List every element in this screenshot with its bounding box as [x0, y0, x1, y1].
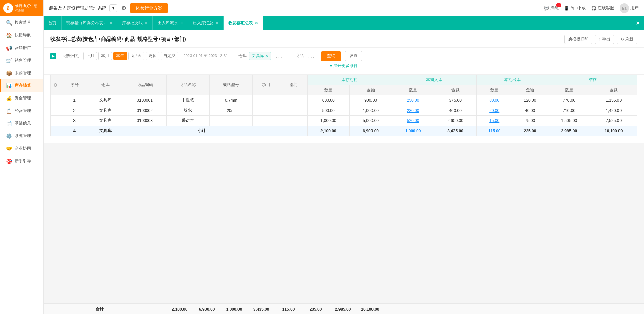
filter-collapse-btn[interactable]: ▶: [50, 53, 56, 59]
col-out-amt-header: 金额: [512, 85, 548, 95]
system-dropdown[interactable]: ▾: [109, 4, 117, 12]
date-btn-自定义[interactable]: 自定义: [161, 52, 178, 60]
sidebar-item-label: 新手引导: [15, 158, 31, 164]
row-name: 胶水: [166, 105, 210, 116]
expand-label: 展开更多条件: [333, 63, 358, 69]
row-dept: [280, 105, 307, 116]
message-btn[interactable]: 💬 消息 6: [544, 5, 559, 11]
expand-more-btn[interactable]: ▾ 展开更多条件: [330, 63, 358, 69]
template-print-button[interactable]: 换模板打印: [564, 35, 592, 44]
date-btn-本年[interactable]: 本年: [113, 52, 127, 60]
settings-icon[interactable]: ⚙: [120, 3, 128, 13]
tab-close-inout-flow[interactable]: ✕: [180, 21, 183, 26]
row-warehouse: 文具库: [88, 116, 123, 126]
col-no-header: 序号: [61, 75, 88, 95]
row-no: 3: [61, 116, 88, 126]
sidebar-item-label: 基础信息: [15, 120, 31, 126]
warehouse-filter: 仓库 文具库 ✕ ...: [238, 52, 285, 60]
row-spec: 20ml: [210, 105, 253, 116]
tab-bar-close-btn[interactable]: ✕: [631, 20, 644, 27]
row-project: [253, 105, 280, 116]
sidebar-item-enterprise[interactable]: 🤝企业协同: [0, 142, 43, 155]
date-btn-上月[interactable]: 上月: [83, 52, 97, 60]
tab-batch[interactable]: 库存批次账✕: [117, 16, 153, 30]
tab-close-inventory-dist[interactable]: ✕: [109, 21, 112, 26]
refresh-icon: ↻: [621, 37, 624, 42]
trial-button[interactable]: 体验行业方案: [130, 3, 168, 13]
col-code-header: 商品编码: [123, 75, 166, 95]
row-open-amt: 5,000.00: [349, 116, 392, 126]
row-out-qty[interactable]: 15.00: [477, 116, 512, 126]
query-button[interactable]: 查询: [321, 51, 341, 61]
tab-close-recv-send-summary[interactable]: ✕: [255, 21, 258, 26]
tab-inventory-dist[interactable]: 现存量（库存分布表）✕: [62, 16, 117, 30]
sidebar-item-business[interactable]: 📋经营管理: [0, 104, 43, 117]
tab-label-inout-summary: 出入库汇总: [193, 20, 213, 26]
sidebar-item-marketing[interactable]: 📢营销推广: [0, 42, 43, 54]
tab-close-batch[interactable]: ✕: [145, 21, 148, 26]
date-btn-本月[interactable]: 本月: [98, 52, 112, 60]
col-warehouse-header: 仓库: [88, 75, 123, 95]
sidebar-item-label: 快捷导航: [15, 32, 31, 38]
warehouse-more-btn[interactable]: ...: [274, 52, 285, 60]
refresh-button[interactable]: ↻ 刷新: [617, 35, 637, 44]
tab-recv-send-summary[interactable]: 收发存汇总表✕: [224, 16, 263, 30]
tab-inout-summary[interactable]: 出入库汇总✕: [188, 16, 224, 30]
warehouse-tag-close-icon[interactable]: ✕: [265, 54, 268, 59]
filter-bar: ▶ 记账日期 上月本月本年近7天更多自定义 2023-01-01 至 2023-…: [44, 48, 644, 75]
export-button[interactable]: ↑ 导出: [595, 35, 614, 44]
top-header: 装备及固定资产辅助管理系统 ▾ ⚙ 体验行业方案 💬 消息 6 📱 App下载 …: [44, 0, 644, 16]
row-out-qty[interactable]: 115.00: [477, 126, 512, 136]
user-area[interactable]: Ea 用户: [620, 3, 639, 13]
nav-icon-quick-nav: 🏠: [6, 33, 12, 38]
sidebar-item-inventory[interactable]: 📊库存核算: [0, 79, 43, 92]
online-service-btn[interactable]: 🎧 在线客服: [591, 5, 614, 11]
sidebar-item-finance[interactable]: 💰资金管理: [0, 92, 43, 104]
col-out-qty-header: 数量: [477, 85, 512, 95]
footer-total-bar: 合计 2,100.00 6,900.00 1,000.00 3,435.00 1…: [44, 303, 644, 314]
col-in-amt-header: 金额: [434, 85, 476, 95]
column-settings-icon[interactable]: ⚙: [53, 82, 58, 88]
sidebar-item-sales[interactable]: 🛒销售管理: [0, 54, 43, 67]
sidebar-item-quick-nav[interactable]: 🏠快捷导航: [0, 29, 43, 42]
table-row: 3 文具库 0100003 采访本 1,000.00 5,000.00 520.…: [51, 116, 637, 126]
col-in-header: 本期入库: [392, 75, 477, 85]
table-header: ⚙ 序号 仓库 商品编码 商品名称 规格型号 项目 部门 库存期初 本期入库 本…: [51, 75, 637, 95]
date-btn-更多[interactable]: 更多: [146, 52, 159, 60]
tab-close-inout-summary[interactable]: ✕: [215, 21, 218, 26]
tab-bar: 首页现存量（库存分布表）✕库存批次账✕出入库流水✕出入库汇总✕收发存汇总表✕✕: [44, 16, 644, 30]
footer-nums: 2,100.00 6,900.00 1,000.00 3,435.00 115.…: [166, 307, 637, 312]
date-range: 2023-01-01 至 2023-12-31: [184, 53, 228, 59]
row-name: 中性笔: [166, 95, 210, 105]
nav-icon-guide: 🎯: [6, 159, 12, 164]
row-no: 2: [61, 105, 88, 116]
app-download-btn[interactable]: 📱 App下载: [564, 5, 586, 11]
row-out-qty[interactable]: 80.00: [477, 95, 512, 105]
row-in-qty[interactable]: 250.00: [392, 95, 434, 105]
sidebar: 6 畅捷通好生意 标准版 🔍搜索菜单🏠快捷导航📢营销推广🛒销售管理📦采购管理📊库…: [0, 0, 44, 314]
dropdown-arrow-icon: ▾: [112, 6, 114, 11]
row-bal-qty: 2,985.00: [548, 126, 590, 136]
sidebar-item-search[interactable]: 🔍搜索菜单: [0, 16, 43, 29]
sidebar-item-system[interactable]: ⚙️系统管理: [0, 130, 43, 142]
row-name: 采访本: [166, 116, 210, 126]
sidebar-item-base-info[interactable]: 📄基础信息: [0, 117, 43, 130]
goods-more-btn[interactable]: ...: [306, 52, 317, 60]
col-open-qty-header: 数量: [307, 85, 349, 95]
date-btn-近7天[interactable]: 近7天: [128, 52, 144, 60]
sidebar-item-purchase[interactable]: 📦采购管理: [0, 67, 43, 79]
expand-more-row: ▾ 展开更多条件: [50, 63, 637, 69]
tab-inout-flow[interactable]: 出入库流水✕: [153, 16, 188, 30]
row-in-qty[interactable]: 1,000.00: [392, 126, 434, 136]
row-in-qty[interactable]: 230.00: [392, 105, 434, 116]
row-in-qty[interactable]: 520.00: [392, 116, 434, 126]
table-row: 2 文具库 0100002 胶水 20ml 500.00 1,000.00 23…: [51, 105, 637, 116]
nav-icon-base-info: 📄: [6, 121, 12, 126]
nav-icon-marketing: 📢: [6, 45, 12, 51]
sidebar-item-guide[interactable]: 🎯新手引导: [0, 155, 43, 167]
table-wrapper: ⚙ 序号 仓库 商品编码 商品名称 规格型号 项目 部门 库存期初 本期入库 本…: [44, 75, 644, 143]
warehouse-tag[interactable]: 文具库 ✕: [249, 52, 271, 60]
filter-settings-button[interactable]: 设置: [345, 51, 362, 61]
tab-home[interactable]: 首页: [44, 16, 62, 30]
row-out-qty[interactable]: 20.00: [477, 105, 512, 116]
